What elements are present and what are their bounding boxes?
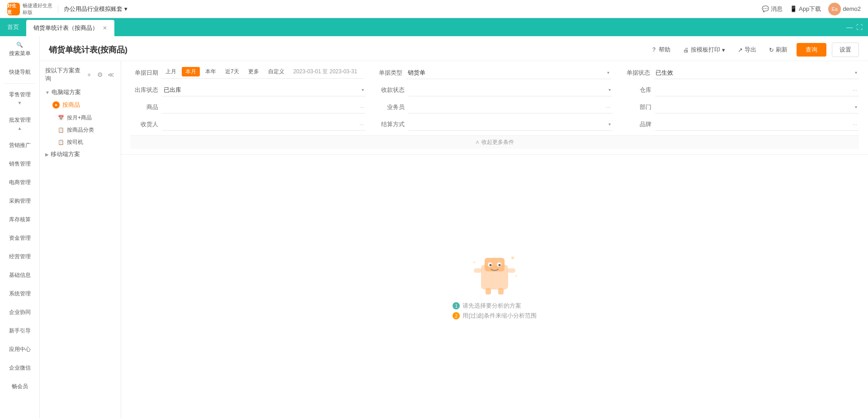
brand-field[interactable]: ··· bbox=[655, 118, 859, 131]
salesman-dots-icon: ··· bbox=[606, 104, 611, 110]
page-title: 销货单统计表(按商品) bbox=[49, 44, 127, 55]
docstatus-value: 已生效 bbox=[656, 69, 855, 77]
empty-illustration bbox=[467, 251, 522, 296]
page-header-actions: ？ 帮助 🖨 按模板打印 ▾ ↗ 导出 ↻ 刷新 查询 设置 bbox=[647, 43, 859, 57]
group-collapse-icon: ▶ bbox=[45, 152, 49, 157]
svg-point-10 bbox=[511, 256, 514, 259]
date-btn-more[interactable]: 更多 bbox=[245, 67, 263, 76]
maximize-icon[interactable]: ⛶ bbox=[856, 24, 863, 31]
sidebar-item-guide[interactable]: 新手引导 bbox=[0, 322, 39, 340]
sidebar-item-collab[interactable]: 企业协同 bbox=[0, 303, 39, 322]
add-scheme-button[interactable]: + bbox=[85, 70, 94, 79]
logo-area: 好生意 畅捷通好生意 标版 bbox=[7, 2, 52, 15]
refresh-button[interactable]: ↻ 刷新 bbox=[765, 44, 791, 56]
query-button[interactable]: 查询 bbox=[797, 43, 826, 57]
scheme-subitem-category[interactable]: 📋 按商品分类 bbox=[40, 124, 121, 136]
scheme-item-by-product[interactable]: ● 按商品 bbox=[40, 98, 121, 112]
settlement-label: 结算方式 bbox=[377, 120, 408, 128]
receiver-field[interactable]: ··· bbox=[162, 118, 366, 131]
settlement-arrow-icon: ▾ bbox=[609, 122, 611, 127]
scheme-group-mobile: ▶ 移动端方案 bbox=[40, 148, 121, 160]
sidebar-item-search[interactable]: 🔍 搜索菜单 bbox=[0, 36, 39, 63]
collapse-scheme-button[interactable]: ≪ bbox=[106, 70, 115, 79]
docstatus-arrow-icon: ▾ bbox=[855, 70, 857, 75]
empty-step-2: 2 用[过滤]条件来缩小分析范围 bbox=[453, 312, 536, 320]
product-field[interactable]: ··· bbox=[162, 101, 366, 114]
tab-actions: — ⛶ bbox=[846, 24, 868, 31]
collapse-bar[interactable]: ∧ 收起更多条件 bbox=[130, 135, 859, 149]
date-btn-this-year[interactable]: 本年 bbox=[202, 67, 220, 76]
top-bar: 好生意 畅捷通好生意 标版 办公用品行业模拟账套 ▾ 💬 消息 📱 App下载 … bbox=[0, 0, 868, 18]
receiptstatus-field[interactable]: ▾ bbox=[408, 84, 612, 96]
sidebar-item-ecommerce[interactable]: 电商管理 bbox=[0, 173, 39, 192]
export-button[interactable]: ↗ 导出 bbox=[734, 44, 760, 56]
print-button[interactable]: 🖨 按模板打印 ▾ bbox=[679, 44, 729, 56]
app-selector[interactable]: 办公用品行业模拟账套 ▾ bbox=[58, 5, 127, 13]
sidebar-item-marketing[interactable]: 营销推广 bbox=[0, 136, 39, 155]
tab-bar: 首页 销货单统计表（按商品） ✕ — ⛶ bbox=[0, 18, 868, 36]
print-arrow-icon: ▾ bbox=[722, 47, 725, 53]
minimize-icon[interactable]: — bbox=[846, 24, 853, 31]
sidebar-item-apps[interactable]: 应用中心 bbox=[0, 340, 39, 359]
sidebar-item-purchase[interactable]: 采购管理 bbox=[0, 192, 39, 210]
sidebar-item-system[interactable]: 系统管理 bbox=[0, 285, 39, 303]
tab-active[interactable]: 销货单统计表（按商品） ✕ bbox=[26, 20, 114, 36]
outstatus-field[interactable]: 已出库 ▾ bbox=[162, 84, 366, 96]
empty-step-1: 1 请先选择要分析的方案 bbox=[453, 302, 536, 310]
date-btn-last-month[interactable]: 上月 bbox=[162, 67, 180, 76]
top-bar-left: 好生意 畅捷通好生意 标版 办公用品行业模拟账套 ▾ bbox=[7, 2, 127, 15]
date-btn-this-month[interactable]: 本月 bbox=[182, 67, 200, 76]
empty-svg bbox=[467, 251, 522, 296]
sidebar-item-wechat[interactable]: 企业微信 bbox=[0, 359, 39, 377]
svg-rect-1 bbox=[485, 258, 505, 271]
sidebar-item-sales[interactable]: 销售管理 bbox=[0, 155, 39, 173]
help-button[interactable]: ？ 帮助 bbox=[647, 44, 674, 56]
scheme-subitem-driver[interactable]: 📋 按司机 bbox=[40, 136, 121, 148]
scheme-group-mobile-header[interactable]: ▶ 移动端方案 bbox=[40, 148, 121, 160]
svg-point-5 bbox=[499, 264, 501, 266]
app-download-action[interactable]: 📱 App下载 bbox=[790, 5, 821, 13]
edit-scheme-button[interactable]: ⚙ bbox=[95, 70, 104, 79]
settlement-field[interactable]: ▾ bbox=[408, 118, 612, 131]
filter-row-2: 出库状态 已出库 ▾ 收款状态 ▾ 仓库 bbox=[130, 84, 859, 96]
dept-label: 部门 bbox=[623, 103, 655, 111]
dept-field[interactable]: ▾ bbox=[655, 101, 859, 114]
print-icon: 🖨 bbox=[683, 47, 689, 53]
date-btn-last-7days[interactable]: 近7天 bbox=[222, 67, 243, 76]
export-icon: ↗ bbox=[738, 47, 743, 53]
docstatus-field[interactable]: 已生效 ▾ bbox=[654, 66, 859, 79]
top-bar-right: 💬 消息 📱 App下载 Ea demo2 bbox=[762, 3, 861, 15]
sidebar-item-retail[interactable]: 零售管理 ▼ bbox=[0, 86, 39, 111]
svg-rect-8 bbox=[474, 268, 482, 273]
filter-row-1: 单据日期 上月 本月 本年 近7天 更多 自定义 2023-03-01 至 20… bbox=[130, 66, 859, 79]
sidebar-item-wholesale[interactable]: 批发管理 ▲ bbox=[0, 111, 39, 136]
dept-arrow-icon: ▾ bbox=[855, 104, 857, 109]
salesman-field[interactable]: ··· bbox=[408, 101, 612, 114]
scheme-subitem-month-product[interactable]: 📅 按月+商品 bbox=[40, 112, 121, 124]
message-action[interactable]: 💬 消息 bbox=[762, 5, 783, 13]
sidebar-item-member[interactable]: 畅会员 bbox=[0, 377, 39, 396]
scheme-group-pc-header[interactable]: ▼ 电脑端方案 bbox=[40, 86, 121, 98]
user-area[interactable]: Ea demo2 bbox=[828, 3, 861, 15]
date-btn-custom[interactable]: 自定义 bbox=[264, 67, 288, 76]
refresh-icon: ↻ bbox=[769, 47, 774, 53]
inner-layout: 按以下方案查询 + ⚙ ≪ ▼ 电脑端方案 ● 按商品 bbox=[40, 61, 868, 418]
svg-point-4 bbox=[490, 264, 492, 266]
tab-close-icon[interactable]: ✕ bbox=[103, 25, 107, 31]
empty-state: 1 请先选择要分析的方案 2 用[过滤]条件来缩小分析范围 bbox=[121, 155, 868, 418]
subitem-icon-1: 📅 bbox=[58, 115, 64, 121]
sidebar-item-inventory[interactable]: 库存核算 bbox=[0, 210, 39, 229]
filter-panel: 单据日期 上月 本月 本年 近7天 更多 自定义 2023-03-01 至 20… bbox=[121, 61, 868, 155]
sidebar-item-quicknav[interactable]: 快捷导航 bbox=[0, 63, 39, 81]
warehouse-field[interactable]: ··· bbox=[655, 84, 859, 96]
subitem-icon-3: 📋 bbox=[58, 139, 64, 145]
subitem-icon-2: 📋 bbox=[58, 127, 64, 133]
product-dots-icon: ··· bbox=[359, 104, 364, 110]
logo-icon: 好生意 bbox=[7, 3, 20, 15]
sidebar-item-operations[interactable]: 经营管理 bbox=[0, 247, 39, 266]
doctype-field[interactable]: 销货单 ▾ bbox=[406, 66, 611, 79]
settings-button[interactable]: 设置 bbox=[832, 43, 859, 57]
sidebar-item-finance[interactable]: 资金管理 bbox=[0, 229, 39, 247]
sidebar-item-basic[interactable]: 基础信息 bbox=[0, 266, 39, 285]
tab-home[interactable]: 首页 bbox=[0, 18, 26, 36]
